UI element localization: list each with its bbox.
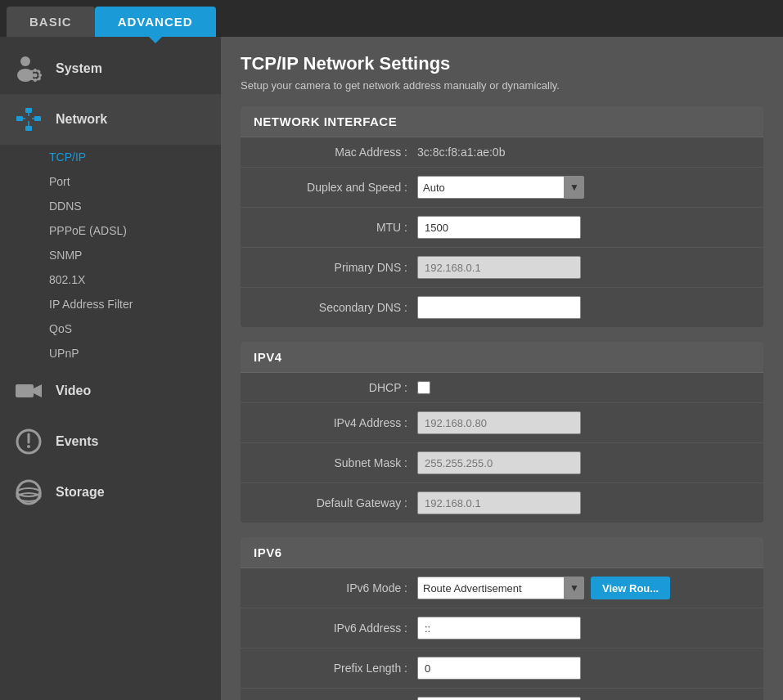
duplex-label: Duplex and Speed : [254, 181, 417, 194]
video-icon [13, 375, 44, 406]
ipv4-gateway-label: Default Gateway : [254, 496, 417, 509]
sidebar-item-system[interactable]: System [0, 43, 221, 94]
duplex-select-wrap: Auto ▼ [417, 176, 584, 199]
sidebar-subitem-tcpip[interactable]: TCP/IP [0, 145, 221, 169]
ipv6-mode-select-wrap: Route Advertisement ▼ View Rou... [417, 577, 670, 599]
mtu-label: MTU : [254, 221, 417, 234]
svg-rect-4 [34, 69, 37, 72]
svg-marker-21 [34, 384, 42, 397]
network-icon [13, 104, 44, 135]
network-interface-section: NETWORK INTERFACE Mac Address : 3c:8c:f8… [241, 106, 763, 327]
mtu-input[interactable] [417, 216, 581, 239]
secondary-dns-row: Secondary DNS : [241, 288, 763, 327]
duplex-dropdown-arrow[interactable]: ▼ [565, 176, 584, 199]
ipv4-section: IPV4 DHCP : IPv4 Address : Subnet Mask : [241, 342, 763, 523]
sidebar-subitem-qos[interactable]: QoS [0, 316, 221, 341]
dhcp-checkbox-wrap [417, 381, 430, 394]
svg-point-0 [20, 56, 30, 66]
sidebar-item-network[interactable]: Network [0, 94, 221, 145]
sidebar-subitem-ipfilter[interactable]: IP Address Filter [0, 292, 221, 316]
svg-rect-7 [38, 74, 42, 77]
svg-point-3 [34, 74, 38, 78]
mac-label: Mac Address : [254, 146, 417, 159]
ipv6-mode-label: IPv6 Mode : [254, 581, 417, 595]
page-subtitle: Setup your camera to get network address… [241, 79, 763, 92]
top-tabs: BASIC ADVANCED [0, 0, 783, 37]
ipv6-mode-select[interactable]: Route Advertisement [417, 577, 565, 599]
dhcp-row: DHCP : [241, 373, 763, 403]
sidebar: System Network TCP/IP [0, 37, 221, 700]
ipv4-address-label: IPv4 Address : [254, 416, 417, 429]
video-label: Video [56, 384, 91, 398]
storage-icon [13, 477, 44, 508]
ipv6-header: IPV6 [241, 537, 763, 568]
mtu-row: MTU : [241, 208, 763, 248]
events-icon [13, 426, 44, 457]
subnet-mask-input[interactable] [417, 451, 581, 474]
primary-dns-label: Primary DNS : [254, 261, 417, 274]
duplex-row: Duplex and Speed : Auto ▼ [241, 168, 763, 208]
subnet-mask-row: Subnet Mask : [241, 443, 763, 483]
subnet-mask-label: Subnet Mask : [254, 456, 417, 469]
ipv6-mode-dropdown-arrow[interactable]: ▼ [565, 577, 584, 599]
sidebar-subitem-snmp[interactable]: SNMP [0, 243, 221, 267]
basic-tab[interactable]: BASIC [7, 7, 95, 37]
svg-rect-13 [25, 108, 32, 113]
sidebar-item-storage[interactable]: Storage [0, 467, 221, 518]
svg-rect-12 [16, 116, 23, 121]
primary-dns-row: Primary DNS : [241, 248, 763, 288]
ipv6-mode-row: IPv6 Mode : Route Advertisement ▼ View R… [241, 568, 763, 608]
main-layout: System Network TCP/IP [0, 37, 783, 700]
svg-rect-14 [25, 126, 32, 131]
ipv6-address-input[interactable] [417, 617, 581, 639]
sidebar-subitem-upnp[interactable]: UPnP [0, 341, 221, 366]
storage-label: Storage [56, 485, 105, 500]
svg-point-24 [27, 445, 30, 448]
ipv4-header: IPV4 [241, 342, 763, 373]
svg-rect-6 [29, 74, 32, 77]
prefix-length-label: Prefix Length : [254, 662, 417, 675]
primary-dns-input[interactable] [417, 256, 581, 279]
svg-rect-15 [34, 116, 41, 121]
ipv6-section: IPV6 IPv6 Mode : Route Advertisement ▼ V… [241, 537, 763, 700]
svg-rect-20 [16, 384, 34, 397]
svg-rect-5 [34, 79, 37, 82]
sidebar-item-events[interactable]: Events [0, 416, 221, 467]
network-label: Network [56, 112, 107, 127]
ipv4-address-input[interactable] [417, 411, 581, 434]
page-title: TCP/IP Network Settings [241, 53, 763, 74]
dhcp-checkbox[interactable] [417, 381, 430, 394]
prefix-length-input[interactable] [417, 657, 581, 680]
system-label: System [56, 61, 102, 76]
sidebar-subitem-pppoe[interactable]: PPPoE (ADSL) [0, 218, 221, 243]
events-label: Events [56, 434, 98, 449]
ipv6-address-label: IPv6 Address : [254, 621, 417, 635]
system-icon [13, 53, 44, 84]
sidebar-subitem-ddns[interactable]: DDNS [0, 194, 221, 218]
duplex-select[interactable]: Auto [417, 176, 565, 199]
advanced-tab[interactable]: ADVANCED [95, 7, 216, 37]
sidebar-subitem-port[interactable]: Port [0, 169, 221, 194]
sidebar-item-video[interactable]: Video [0, 366, 221, 416]
sidebar-subitems: TCP/IP Port DDNS PPPoE (ADSL) SNMP 802.1… [0, 145, 221, 366]
ipv6-gateway-row: Default Gateway : [241, 689, 763, 700]
mac-value: 3c:8c:f8:a1:ae:0b [417, 146, 505, 159]
secondary-dns-label: Secondary DNS : [254, 301, 417, 314]
sidebar-subitem-8021x[interactable]: 802.1X [0, 267, 221, 292]
mac-address-row: Mac Address : 3c:8c:f8:a1:ae:0b [241, 137, 763, 168]
ipv4-address-row: IPv4 Address : [241, 403, 763, 443]
ipv4-gateway-row: Default Gateway : [241, 483, 763, 523]
ipv6-address-row: IPv6 Address : [241, 608, 763, 648]
svg-rect-9 [38, 77, 42, 81]
ipv6-gateway-input[interactable] [417, 697, 581, 700]
secondary-dns-input[interactable] [417, 296, 581, 319]
content-area: TCP/IP Network Settings Setup your camer… [221, 37, 783, 700]
view-routes-button[interactable]: View Rou... [591, 577, 670, 599]
network-interface-header: NETWORK INTERFACE [241, 106, 763, 137]
dhcp-label: DHCP : [254, 381, 417, 394]
ipv4-gateway-input[interactable] [417, 491, 581, 514]
prefix-length-row: Prefix Length : [241, 648, 763, 689]
